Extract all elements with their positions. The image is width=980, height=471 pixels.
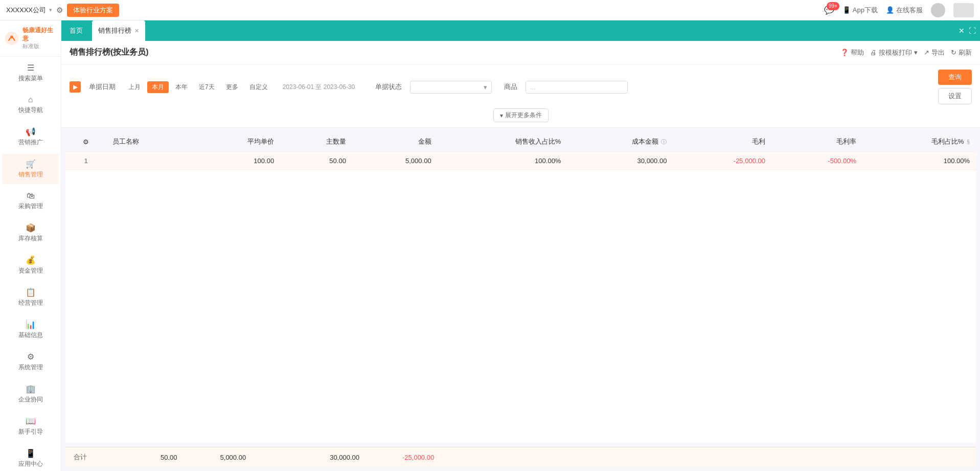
goods-input[interactable]: ... (526, 81, 628, 94)
cell-gross-pct: 100.00% (862, 152, 976, 170)
table-container: ⚙ 员工名称 平均单价 主数量 金额 销售收入占比% 成本金额 ⓘ 毛利 (65, 132, 976, 443)
export-btn[interactable]: ↗ 导出 (924, 48, 945, 57)
enterprise-icon: 🏢 (26, 384, 36, 394)
date-label: 单据日期 (89, 82, 116, 92)
footer-label: 合计 (74, 453, 87, 462)
sidebar-item-label: 资金管理 (18, 266, 43, 275)
operations-icon: 📋 (26, 287, 36, 297)
expand-conditions-btn[interactable]: ▾ 展开更多条件 (493, 108, 549, 122)
date-tab-this-month[interactable]: 本月 (147, 81, 169, 93)
home-icon: ⌂ (28, 95, 33, 104)
filter-toggle-btn[interactable]: ▶ (70, 81, 81, 93)
select-chevron-icon: ▾ (484, 83, 487, 91)
sidebar-item-operations[interactable]: 📋 经营管理 (2, 282, 59, 312)
download-icon: 📱 (842, 6, 851, 14)
refresh-icon: ↻ (951, 49, 956, 56)
sidebar-item-label: 库存核算 (18, 234, 43, 243)
online-service-btn[interactable]: 👤 在线客服 (886, 6, 923, 15)
query-button[interactable]: 查询 (938, 70, 972, 85)
page-title: 销售排行榜(按业务员) (70, 47, 149, 58)
sidebar-item-app-center[interactable]: 📱 应用中心 (2, 443, 59, 471)
date-range-text: 2023-06-01 至 2023-06-30 (283, 83, 355, 92)
message-icon[interactable]: 💬 99+ (824, 5, 834, 15)
sidebar-item-label: 系统管理 (18, 363, 43, 372)
filter-area: ▶ 单据日期 上月 本月 本年 近7天 更多 自定义 2023-06-01 至 … (61, 64, 980, 128)
table-body: 1 100.00 50.00 5,000.00 100.00% 30,000.0… (65, 152, 976, 170)
date-tabs: 上月 本月 本年 近7天 更多 自定义 (124, 81, 272, 93)
col-gross-profit: 毛利 (673, 132, 771, 152)
sidebar-item-label: 企业协同 (18, 395, 43, 404)
date-tab-custom[interactable]: 自定义 (245, 81, 272, 93)
close-window-icon[interactable]: ✕ (959, 27, 965, 35)
sidebar-item-label: 快捷导航 (18, 106, 43, 115)
cell-rank: 1 (65, 152, 106, 170)
sidebar-item-purchase[interactable]: 🛍 采购管理 (2, 186, 59, 216)
sidebar-item-enterprise[interactable]: 🏢 企业协同 (2, 379, 59, 409)
company-selector[interactable]: XXXXXX公司 ▾ (6, 6, 52, 15)
gear-col-icon[interactable]: ⚙ (83, 138, 89, 146)
data-table: ⚙ 员工名称 平均单价 主数量 金额 销售收入占比% 成本金额 ⓘ 毛利 (65, 132, 976, 170)
message-badge: 99+ (827, 2, 839, 10)
logo-title: 畅康通好生意 (22, 27, 57, 42)
tab-bar: 首页 销售排行榜 ✕ ✕ ⛶ (61, 20, 980, 41)
app-download-btn[interactable]: 📱 App下载 (842, 6, 878, 15)
basic-info-icon: 📊 (26, 320, 36, 329)
footer-qty: 50.00 (161, 454, 177, 461)
tab-home[interactable]: 首页 (61, 20, 91, 41)
sidebar-item-guide[interactable]: 📖 新手引导 (2, 411, 59, 441)
filter-actions: 查询 设置 (938, 70, 972, 104)
tab-sales-ranking[interactable]: 销售排行榜 ✕ (92, 20, 145, 41)
date-tab-this-year[interactable]: 本年 (171, 81, 192, 93)
avatar[interactable] (931, 3, 945, 17)
sidebar-item-search-order[interactable]: ☰ 搜索菜单 (2, 58, 59, 88)
sidebar-item-label: 搜索菜单 (18, 74, 43, 83)
print-chevron-icon: ▾ (914, 49, 918, 56)
sidebar-item-label: 应用中心 (18, 460, 43, 468)
col-gear[interactable]: ⚙ (65, 132, 106, 152)
status-selector[interactable]: ▾ (410, 81, 492, 94)
col-gross-pct: 毛利占比% § (862, 132, 976, 152)
chevron-down-icon: ▾ (49, 7, 52, 13)
date-tab-last-month[interactable]: 上月 (124, 81, 145, 93)
cell-avg-price: 100.00 (193, 152, 280, 170)
sidebar-item-marketing[interactable]: 📢 营销推广 (2, 122, 59, 152)
sidebar-item-label: 采购管理 (18, 202, 43, 211)
sidebar-item-system[interactable]: ⚙ 系统管理 (2, 347, 59, 377)
tab-close-icon[interactable]: ✕ (134, 28, 139, 34)
maximize-icon[interactable]: ⛶ (969, 27, 976, 35)
date-tab-more[interactable]: 更多 (221, 81, 243, 93)
refresh-btn[interactable]: ↻ 刷新 (951, 48, 972, 57)
expand-icon: ▾ (500, 112, 503, 119)
help-btn[interactable]: ❓ 帮助 (840, 48, 864, 57)
logo-subtitle: 标准版 (22, 42, 57, 50)
sidebar-item-quick-nav[interactable]: ⌂ 快捷导航 (2, 90, 59, 120)
cell-employee (106, 152, 193, 170)
gear-icon[interactable]: ⚙ (56, 6, 63, 15)
footer-cost: 30,000.00 (330, 454, 359, 461)
search-icon: ☰ (27, 63, 34, 73)
logo-icon (4, 30, 19, 47)
cost-info-icon[interactable]: ⓘ (661, 139, 667, 145)
gross-pct-info-icon[interactable]: § (967, 139, 970, 145)
sidebar-item-basic-info[interactable]: 📊 基础信息 (2, 315, 59, 345)
goods-placeholder: ... (530, 83, 536, 91)
status-label: 单据状态 (375, 82, 402, 92)
template-print-btn[interactable]: 🖨 按模板打印 ▾ (870, 48, 918, 57)
footer-gross-profit: -25,000.00 (402, 454, 434, 461)
help-icon: ❓ (840, 49, 849, 56)
col-avg-price: 平均单价 (193, 132, 280, 152)
goods-label: 商品 (504, 82, 517, 92)
col-sales-pct: 销售收入占比% (438, 132, 567, 152)
purchase-icon: 🛍 (27, 191, 35, 200)
sidebar-item-finance[interactable]: 💰 资金管理 (2, 250, 59, 280)
sidebar-item-inventory[interactable]: 📦 库存核算 (2, 218, 59, 248)
cell-qty: 50.00 (280, 152, 352, 170)
sidebar-item-sales[interactable]: 🛒 销售管理 (2, 154, 59, 184)
sidebar-logo: 畅康通好生意 标准版 (0, 20, 61, 57)
settings-button[interactable]: 设置 (938, 88, 972, 104)
date-tab-7days[interactable]: 近7天 (194, 81, 219, 93)
col-qty: 主数量 (280, 132, 352, 152)
trial-button[interactable]: 体验行业方案 (67, 4, 119, 17)
col-amount: 金额 (352, 132, 438, 152)
content-area: 首页 销售排行榜 ✕ ✕ ⛶ 销售排行榜(按业务员) ❓ 帮助 (61, 20, 980, 471)
